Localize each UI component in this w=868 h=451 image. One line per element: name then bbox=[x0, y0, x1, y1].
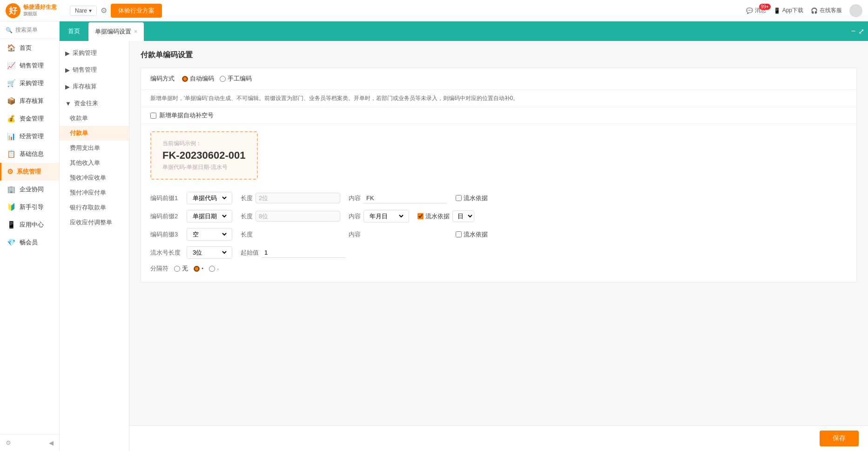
collapse-icon[interactable]: ◀ bbox=[49, 439, 54, 446]
maximize-button[interactable]: ⤢ bbox=[858, 27, 864, 36]
start-value-input[interactable] bbox=[262, 248, 345, 258]
sidebar-item-system[interactable]: ⚙ 系统管理 bbox=[0, 163, 59, 181]
flow1-checkbox[interactable] bbox=[456, 195, 462, 201]
content1-input[interactable] bbox=[363, 193, 447, 203]
submenu-header-capital[interactable]: ▼ 资金往来 bbox=[60, 96, 129, 111]
length2-input bbox=[256, 211, 340, 222]
search-label: 搜索菜单 bbox=[15, 26, 38, 34]
flow2-checkbox[interactable] bbox=[417, 213, 424, 219]
content2-select-input[interactable]: 年月日 bbox=[368, 212, 405, 220]
sep-dot-option[interactable]: · bbox=[209, 265, 219, 272]
submenu-item-prepay-recv[interactable]: 预收冲应收单 bbox=[60, 170, 129, 185]
prefix3-row: 编码前缀3 空 长度 内容 bbox=[150, 228, 847, 241]
flow2-select[interactable]: 日 月 年 bbox=[452, 210, 474, 222]
sep-dash-option[interactable]: · bbox=[194, 264, 203, 273]
sidebar-item-sales[interactable]: 📈 销售管理 bbox=[0, 57, 59, 74]
tab-close-icon[interactable]: × bbox=[134, 28, 137, 35]
submenu-item-receipt[interactable]: 收款单 bbox=[60, 111, 129, 126]
minimize-button[interactable]: − bbox=[851, 27, 855, 36]
online-service-btn[interactable]: 🎧 在线客服 bbox=[811, 7, 842, 14]
message-btn[interactable]: 💬 消息 99+ bbox=[746, 7, 766, 14]
page-title: 付款单编码设置 bbox=[141, 50, 857, 60]
finance-icon: 💰 bbox=[7, 114, 16, 123]
arrow-down-icon-capital: ▼ bbox=[65, 100, 71, 107]
sidebar-item-finance[interactable]: 💰 资金管理 bbox=[0, 110, 59, 128]
tab-encoding-settings[interactable]: 单据编码设置 × bbox=[88, 22, 144, 41]
submenu-header-sales[interactable]: ▶ 销售管理 bbox=[60, 62, 129, 77]
prefix3-select[interactable]: 空 bbox=[187, 228, 232, 241]
prefix3-select-input[interactable]: 空 bbox=[191, 230, 228, 238]
submenu-item-bank[interactable]: 银行存取款单 bbox=[60, 200, 129, 215]
flow3-label: 流水依据 bbox=[464, 230, 488, 239]
sidebar-search[interactable]: 🔍 搜索菜单 bbox=[0, 21, 59, 39]
submenu-item-payment[interactable]: 付款单 bbox=[60, 126, 129, 141]
submenu-header-purchase[interactable]: ▶ 采购管理 bbox=[60, 46, 129, 61]
sidebar-bottom[interactable]: ⚙ ◀ bbox=[0, 434, 59, 451]
submenu-item-adjust[interactable]: 应收应付调整单 bbox=[60, 215, 129, 230]
submenu-item-expense[interactable]: 费用支出单 bbox=[60, 141, 129, 155]
prefix1-select-input[interactable]: 单据代码 bbox=[191, 194, 228, 202]
content2-label: 内容 bbox=[349, 212, 361, 221]
avatar[interactable] bbox=[849, 4, 862, 17]
topbar-middle: Nare ▾ ⚙ 体验行业方案 bbox=[65, 4, 746, 18]
auto-encode-label: 自动编码 bbox=[190, 74, 214, 83]
company-dropdown[interactable]: Nare ▾ bbox=[70, 6, 97, 16]
submenu-item-income[interactable]: 其他收入单 bbox=[60, 155, 129, 170]
sidebar-label-operation: 经营管理 bbox=[20, 132, 44, 141]
new-fill-label: 新增单据自动补空号 bbox=[159, 111, 214, 120]
sidebar-item-inventory[interactable]: 📦 库存核算 bbox=[0, 92, 59, 110]
sidebar-item-newguide[interactable]: 🔰 新手引导 bbox=[0, 198, 59, 216]
flow1-wrap: 流水依据 bbox=[456, 194, 488, 202]
sales-icon: 📈 bbox=[7, 61, 16, 70]
content2-select[interactable]: 年月日 bbox=[363, 210, 409, 222]
manual-encode-label: 手工编码 bbox=[228, 74, 252, 83]
sep-dash-radio[interactable] bbox=[194, 266, 200, 272]
content: 付款单编码设置 编码方式 自动编码 bbox=[129, 41, 868, 425]
sidebar-item-operation[interactable]: 📊 经营管理 bbox=[0, 128, 59, 145]
submenu-label-sales: 销售管理 bbox=[73, 66, 97, 74]
length1-input bbox=[256, 193, 340, 203]
sidebar-label-purchase: 采购管理 bbox=[20, 79, 44, 88]
submenu-header-inventory[interactable]: ▶ 库存核算 bbox=[60, 79, 129, 94]
prefix2-label: 编码前缀2 bbox=[150, 212, 184, 221]
prefix2-select[interactable]: 单据日期 bbox=[187, 210, 232, 222]
new-fill-checkbox[interactable] bbox=[150, 113, 156, 119]
manual-encode-option[interactable]: 手工编码 bbox=[220, 74, 252, 83]
settings-icon: ⚙ bbox=[6, 439, 11, 446]
app-icon: 📱 bbox=[774, 7, 781, 14]
serial-length-select-input[interactable]: 3位 4位 5位 bbox=[191, 249, 228, 256]
sidebar-item-enterprise[interactable]: 🏢 企业协同 bbox=[0, 181, 59, 198]
auto-encode-radio[interactable] bbox=[182, 76, 188, 82]
submenu-section-capital: ▼ 资金往来 收款单 付款单 费用支出单 其他收入单 预收冲应收单 预付冲应付单… bbox=[60, 96, 129, 230]
tab-home[interactable]: 首页 bbox=[60, 22, 88, 40]
sidebar-item-purchase[interactable]: 🛒 采购管理 bbox=[0, 74, 59, 92]
logo-text: 畅捷通好生意 bbox=[23, 4, 57, 11]
sidebar-item-home[interactable]: 🏠 首页 bbox=[0, 39, 59, 57]
sep-none-radio[interactable] bbox=[174, 266, 180, 272]
vip-icon: 💎 bbox=[7, 238, 16, 247]
sidebar-item-vip[interactable]: 💎 畅会员 bbox=[0, 234, 59, 251]
prefix1-select[interactable]: 单据代码 bbox=[187, 192, 232, 204]
try-industry-button[interactable]: 体验行业方案 bbox=[111, 4, 162, 18]
enterprise-icon: 🏢 bbox=[7, 185, 16, 194]
auto-encode-option[interactable]: 自动编码 bbox=[182, 74, 214, 83]
flow3-checkbox[interactable] bbox=[456, 231, 462, 237]
flow2-wrap: 流水依据 bbox=[417, 212, 450, 221]
sep-dot-radio[interactable] bbox=[209, 266, 215, 272]
flow1-label: 流水依据 bbox=[464, 194, 488, 202]
submenu-item-prepay-pay[interactable]: 预付冲应付单 bbox=[60, 185, 129, 200]
content-wrapper: ▶ 采购管理 ▶ 销售管理 ▶ 库存核算 bbox=[60, 41, 868, 451]
home-icon: 🏠 bbox=[7, 44, 16, 52]
serial-row: 流水号长度 3位 4位 5位 起始值 bbox=[150, 246, 847, 259]
flow3-wrap: 流水依据 bbox=[456, 230, 488, 239]
page-area: 付款单编码设置 编码方式 自动编码 bbox=[129, 41, 868, 451]
prefix2-select-input[interactable]: 单据日期 bbox=[191, 212, 228, 220]
sidebar-item-basic[interactable]: 📋 基础信息 bbox=[0, 145, 59, 163]
sidebar-item-appcenter[interactable]: 📱 应用中心 bbox=[0, 216, 59, 234]
app-download-btn[interactable]: 📱 App下载 bbox=[774, 7, 803, 14]
manual-encode-radio[interactable] bbox=[220, 76, 226, 82]
gear-icon[interactable]: ⚙ bbox=[101, 6, 107, 15]
save-button[interactable]: 保存 bbox=[820, 431, 859, 446]
sep-none-option[interactable]: 无 bbox=[174, 264, 188, 273]
serial-length-select[interactable]: 3位 4位 5位 bbox=[187, 246, 232, 259]
